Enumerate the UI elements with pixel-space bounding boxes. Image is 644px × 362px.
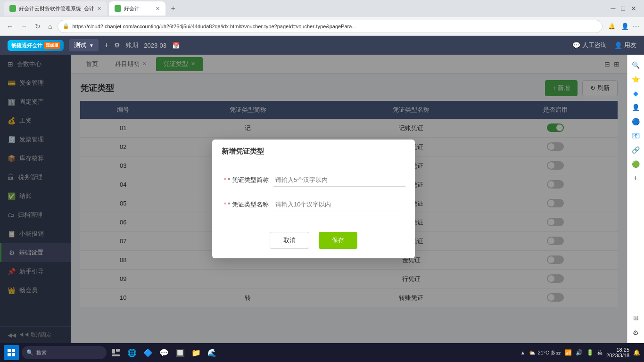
right-mail[interactable]: 📧 — [629, 129, 643, 142]
app-topbar: 畅捷通好会计 流媒版 测试 ▼ + ⚙ 账期 2023-03 📅 💬 人工咨询 … — [0, 36, 644, 55]
svg-rect-1 — [12, 349, 15, 352]
taskbar-wechat[interactable]: 💬 — [157, 346, 171, 359]
window-maximize[interactable]: □ — [621, 5, 625, 12]
topbar-add[interactable]: + — [104, 41, 108, 49]
svg-rect-0 — [8, 349, 11, 352]
lang-indicator[interactable]: 英 — [597, 349, 603, 356]
weather-info: ⛅ 21°C 多云 — [529, 349, 561, 356]
taskbar: 🔍 搜索 🌐 🔷 💬 🔲 📁 🌊 ▲ ⛅ 21°C 多云 📶 🔊 🔋 英 18:… — [0, 343, 644, 362]
taskbar-edge[interactable]: 🔷 — [141, 346, 155, 359]
tab2-close[interactable]: ✕ — [156, 6, 160, 12]
right-green[interactable]: 🟢 — [629, 157, 643, 171]
url-text: https://cloud2.chanjet.com/accounting/uh… — [72, 24, 356, 29]
nav-home[interactable]: ⌂ — [46, 21, 54, 32]
notification-icon[interactable]: 🔔 — [633, 349, 640, 356]
tab1-close[interactable]: ✕ — [97, 6, 101, 12]
browser-extensions: 🔔 — [606, 21, 617, 32]
browser-tab-1[interactable]: 好会计云财务软件管理系统_会计 ✕ — [4, 1, 107, 16]
taskbar-time: 18:25 2023/3/18 — [606, 347, 629, 358]
taskbar-apps[interactable]: 🔲 — [173, 346, 187, 359]
taskbar-folder[interactable]: 📁 — [190, 346, 203, 359]
period-label: 账期 — [126, 41, 138, 49]
taskbar-search[interactable]: 🔍 搜索 — [22, 346, 107, 359]
browser-profile[interactable]: 👤 — [621, 23, 629, 30]
consult-button[interactable]: 💬 人工咨询 — [572, 41, 607, 49]
save-button[interactable]: 保存 — [319, 232, 357, 249]
right-settings[interactable]: ⚙ — [629, 326, 643, 339]
nav-refresh[interactable]: ↻ — [33, 21, 42, 32]
period-calendar[interactable]: 📅 — [172, 42, 180, 49]
abbr-input[interactable] — [273, 173, 405, 187]
cancel-button[interactable]: 取消 — [270, 232, 309, 249]
new-tab-button[interactable]: + — [167, 3, 179, 14]
svg-rect-6 — [112, 354, 120, 356]
workspace-selector[interactable]: 测试 ▼ — [69, 39, 99, 51]
logo-text: 畅捷通好会计 — [11, 42, 42, 49]
svg-rect-5 — [116, 349, 120, 352]
nav-back[interactable]: ← — [5, 21, 15, 32]
task-view[interactable] — [109, 346, 123, 359]
right-link[interactable]: 🔗 — [629, 143, 643, 156]
url-bar[interactable]: 🔒 https://cloud2.chanjet.com/accounting/… — [58, 20, 603, 33]
taskbar-chrome[interactable]: 🌐 — [125, 346, 139, 359]
right-panel: 🔍 ⭐ ◆ 👤 🔵 📧 🔗 🟢 + ⊞ ⚙ — [627, 55, 644, 343]
browser-tab-2[interactable]: 好会计 ✕ — [109, 1, 165, 16]
svg-rect-4 — [112, 349, 115, 354]
sound-icon[interactable]: 🔊 — [576, 349, 583, 356]
modal-footer: 取消 保存 — [212, 228, 415, 258]
right-star[interactable]: ⭐ — [629, 73, 643, 86]
topbar-settings[interactable]: ⚙ — [114, 41, 120, 49]
logo-badge: 流媒版 — [44, 42, 60, 49]
taskbar-edge2[interactable]: 🌊 — [206, 346, 219, 359]
right-search[interactable]: 🔍 — [629, 58, 643, 72]
workspace-chevron: ▼ — [89, 43, 94, 48]
abbr-row: * * 凭证类型简称 — [222, 173, 405, 187]
right-user[interactable]: 👤 — [629, 101, 643, 114]
svg-rect-3 — [12, 353, 15, 356]
modal-overlay: 新增凭证类型 * * 凭证类型简称 * * 凭证类型名称 取消 — [0, 55, 627, 343]
app-logo: 畅捷通好会计 流媒版 — [8, 40, 64, 51]
right-grid[interactable]: ⊞ — [629, 311, 643, 324]
tab2-label: 好会计 — [124, 5, 140, 12]
modal-body: * * 凭证类型简称 * * 凭证类型名称 — [212, 162, 415, 228]
network-icon[interactable]: 📶 — [565, 349, 572, 356]
nav-forward[interactable]: → — [19, 21, 29, 32]
window-close[interactable]: ✕ — [631, 5, 636, 12]
name-row: * * 凭证类型名称 — [222, 198, 405, 211]
modal: 新增凭证类型 * * 凭证类型简称 * * 凭证类型名称 取消 — [212, 140, 415, 258]
tab1-label: 好会计云财务软件管理系统_会计 — [19, 5, 94, 12]
right-shape[interactable]: ◆ — [629, 87, 643, 100]
right-circle[interactable]: 🔵 — [629, 115, 643, 128]
name-input[interactable] — [273, 198, 405, 211]
abbr-label: * * 凭证类型简称 — [222, 176, 269, 184]
period-value: 2023-03 — [144, 42, 166, 49]
topbar-right: 💬 人工咨询 👤 用友 — [572, 41, 636, 49]
name-label: * * 凭证类型名称 — [222, 200, 269, 209]
right-add[interactable]: + — [629, 172, 643, 185]
browser-menu[interactable]: ⋯ — [633, 23, 639, 30]
modal-header: 新增凭证类型 — [212, 140, 415, 162]
workspace-label: 测试 — [74, 41, 86, 49]
sys-tray-icons[interactable]: ▲ — [520, 350, 526, 355]
user-button[interactable]: 👤 用友 — [614, 41, 636, 49]
svg-rect-2 — [8, 353, 11, 356]
start-button[interactable] — [4, 345, 19, 360]
window-minimize[interactable]: ─ — [611, 5, 616, 12]
battery-icon[interactable]: 🔋 — [586, 349, 594, 356]
